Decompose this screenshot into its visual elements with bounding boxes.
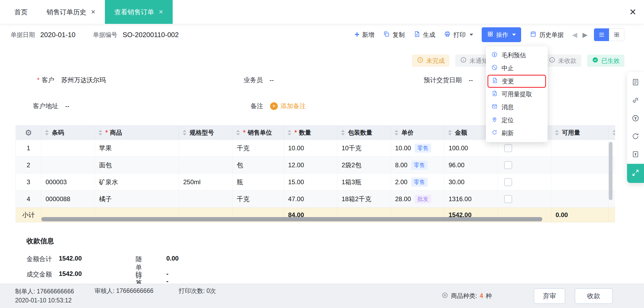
cell-pack-qty[interactable]: 10千克 — [337, 140, 391, 157]
cell-spec[interactable]: 250ml — [179, 174, 232, 191]
menu-item-refresh[interactable]: 刷新 — [486, 127, 548, 140]
sort-icon[interactable] — [448, 130, 452, 135]
cell-barcode[interactable] — [41, 157, 95, 174]
list-view-toggle[interactable] — [594, 28, 609, 41]
sort-icon[interactable] — [612, 130, 615, 135]
menu-item-extract-available[interactable]: 可用量提取 — [486, 88, 548, 101]
sort-icon[interactable] — [555, 130, 559, 135]
sort-icon[interactable] — [183, 130, 186, 135]
header-available[interactable]: 可用量 — [551, 125, 609, 140]
next-record-arrow[interactable]: ▶ — [583, 31, 588, 39]
sort-icon[interactable] — [341, 130, 345, 135]
tab-home[interactable]: 首页 — [5, 0, 37, 24]
sort-icon[interactable] — [288, 130, 291, 135]
tab-view-sales-order[interactable]: 查看销售订单 × — [105, 0, 173, 24]
cell-spec[interactable] — [179, 140, 232, 157]
cell-price[interactable]: 28.00批发 — [391, 191, 444, 208]
cell-qty[interactable]: 15.00 — [284, 174, 337, 191]
rail-sync-item[interactable] — [627, 128, 644, 146]
table-row[interactable]: 1 苹果 千克 10.00 10千克 10.00零售 100.00 — [16, 140, 615, 157]
cell-unit[interactable]: 瓶 — [232, 174, 284, 191]
column-settings-header[interactable]: ⚙ — [16, 125, 41, 140]
menu-item-change[interactable]: 变更 — [488, 75, 546, 88]
header-pack-qty[interactable]: 包装数量 — [337, 125, 391, 140]
cell-amount[interactable]: 100.00 — [444, 140, 498, 157]
cell-product[interactable]: 矿泉水 — [95, 174, 179, 191]
header-clipped[interactable] — [609, 125, 615, 140]
menu-item-stop[interactable]: 中止 — [486, 62, 548, 75]
header-unit[interactable]: *销售单位 — [232, 125, 284, 140]
history-documents-button[interactable]: 历史单据 — [530, 30, 564, 39]
cell-pack-qty[interactable]: 18箱2千克 — [337, 191, 391, 208]
rail-expand-item[interactable] — [627, 164, 644, 183]
cell-qty[interactable]: 10.00 — [284, 140, 337, 157]
cell-unit[interactable]: 包 — [232, 157, 284, 174]
actions-button[interactable]: 操作 — [482, 27, 521, 42]
cell-qty[interactable]: 47.00 — [284, 191, 337, 208]
receive-payment-button[interactable]: 收款 — [575, 288, 612, 304]
delivery-date-field[interactable]: 预计交货日期 -- — [424, 73, 473, 87]
cell-spec[interactable] — [179, 157, 232, 174]
cell-unit[interactable]: 千克 — [232, 140, 284, 157]
add-button[interactable]: + 新增 — [355, 31, 374, 39]
row-checkbox[interactable] — [504, 161, 512, 169]
rail-order-detail-item[interactable] — [627, 74, 644, 92]
menu-item-profit-estimate[interactable]: 毛利预估 — [486, 49, 548, 62]
menu-item-message[interactable]: 消息 — [486, 101, 548, 114]
cell-price[interactable]: 2.00零售 — [391, 174, 444, 191]
grid-view-toggle[interactable] — [609, 28, 624, 41]
generate-button[interactable]: 生成 — [413, 30, 435, 39]
cell-barcode[interactable]: 0000088 — [41, 191, 95, 208]
table-row[interactable]: 3 000003 矿泉水 250ml 瓶 15.00 1箱3瓶 2.00零售 3… — [16, 174, 615, 191]
cell-spec[interactable] — [179, 191, 232, 208]
required-asterisk: * — [294, 129, 297, 136]
cell-product[interactable]: 面包 — [95, 157, 179, 174]
tab-sales-order-history[interactable]: 销售订单历史 × — [37, 0, 105, 24]
sort-icon[interactable] — [99, 130, 102, 135]
rail-money-item[interactable] — [627, 110, 644, 128]
cell-amount[interactable]: 30.00 — [444, 174, 498, 191]
salesman-field[interactable]: 业务员 -- — [244, 73, 274, 87]
cell-price[interactable]: 10.00零售 — [391, 140, 444, 157]
window-close-icon[interactable]: × — [629, 6, 636, 17]
add-remark-button[interactable]: + 添加备注 — [270, 102, 306, 110]
table-row[interactable]: 4 0000088 橘子 千克 47.00 18箱2千克 28.00批发 131… — [16, 191, 615, 208]
row-checkbox[interactable] — [504, 144, 512, 152]
header-spec[interactable]: 规格型号 — [179, 125, 232, 140]
cell-barcode[interactable]: 000003 — [41, 174, 95, 191]
vertical-scrollbar[interactable] — [609, 142, 612, 200]
header-barcode[interactable]: 条码 — [41, 125, 95, 140]
rail-link-item[interactable] — [627, 92, 644, 110]
cell-amount[interactable]: 1316.00 — [444, 191, 498, 208]
print-button[interactable]: 打印 — [444, 30, 473, 39]
row-checkbox[interactable] — [504, 178, 512, 186]
cell-product[interactable]: 苹果 — [95, 140, 179, 157]
cell-product[interactable]: 橘子 — [95, 191, 179, 208]
sort-icon[interactable] — [45, 130, 49, 135]
cell-pack-qty[interactable]: 1箱3瓶 — [337, 174, 391, 191]
header-qty[interactable]: *数量 — [284, 125, 337, 140]
sort-icon[interactable] — [236, 130, 240, 135]
rail-invoice-item[interactable] — [627, 146, 644, 164]
cell-qty[interactable]: 12.00 — [284, 157, 337, 174]
delivery-date-label: 预计交货日期 — [424, 76, 462, 84]
menu-item-locate[interactable]: 定位 — [486, 114, 548, 127]
close-icon[interactable]: × — [159, 8, 163, 16]
gear-icon[interactable]: ⚙ — [25, 128, 32, 137]
unaudit-button[interactable]: 弃审 — [534, 288, 565, 304]
cell-unit[interactable]: 千克 — [232, 191, 284, 208]
cell-price[interactable]: 8.00零售 — [391, 157, 444, 174]
close-icon[interactable]: × — [91, 8, 95, 16]
sort-icon[interactable] — [395, 130, 398, 135]
customer-field[interactable]: *客户 苏州万达沃尔玛 — [37, 73, 106, 87]
row-checkbox[interactable] — [504, 195, 512, 203]
horizontal-scrollbar[interactable] — [41, 217, 542, 221]
cell-amount[interactable]: 96.00 — [444, 157, 498, 174]
header-product[interactable]: *商品 — [95, 125, 179, 140]
table-row[interactable]: 2 面包 包 12.00 2袋2包 8.00零售 96.00 — [16, 157, 615, 174]
prev-record-arrow[interactable]: ◀ — [572, 31, 577, 39]
copy-button[interactable]: 复制 — [383, 30, 405, 39]
cell-pack-qty[interactable]: 2袋2包 — [337, 157, 391, 174]
cell-barcode[interactable] — [41, 140, 95, 157]
header-price[interactable]: 单价 — [391, 125, 444, 140]
